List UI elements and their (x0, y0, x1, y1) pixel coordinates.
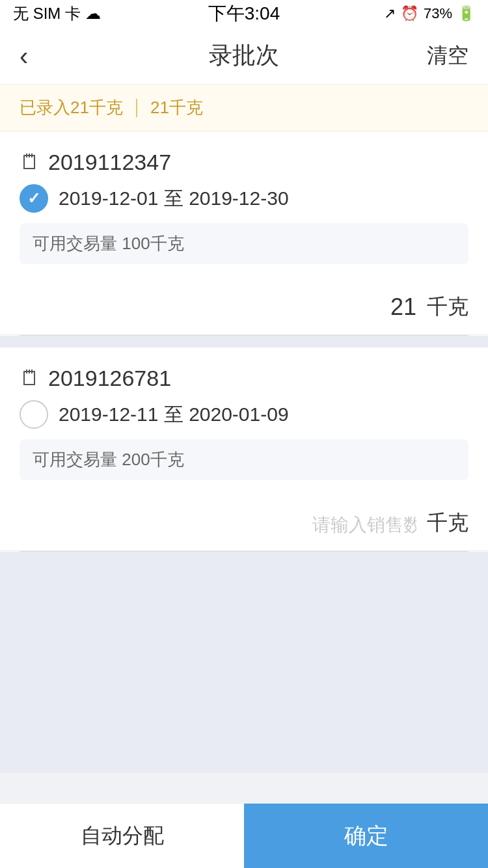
batch-1-id: 2019112347 (48, 150, 171, 175)
batch-1-input-row: 21 千克 (0, 280, 488, 335)
batch-1-unit: 千克 (427, 293, 468, 321)
location-icon: ↗ (384, 5, 396, 22)
batch-1-section: 🗒 2019112347 ✓ 2019-12-01 至 2019-12-30 可… (0, 131, 488, 336)
batch-1-header: 🗒 2019112347 (20, 150, 468, 175)
alarm-icon: ⏰ (401, 5, 418, 22)
batch-2-id: 2019126781 (48, 366, 171, 391)
batch-2-radio[interactable] (20, 400, 48, 429)
status-time: 下午3:04 (208, 1, 280, 26)
batch-1-date-row[interactable]: ✓ 2019-12-01 至 2019-12-30 (20, 184, 468, 213)
clear-button[interactable]: 清空 (427, 42, 468, 70)
batch-2-item: 🗒 2019126781 2019-12-11 至 2020-01-09 可用交… (0, 347, 488, 496)
batch-1-icon: 🗒 (20, 150, 40, 174)
bottom-buttons: 自动分配 确定 (0, 803, 488, 868)
status-right: ↗ ⏰ 73% 🔋 (384, 5, 475, 22)
confirm-button[interactable]: 确定 (244, 804, 488, 868)
recorded-amount: 已录入21千克 (20, 96, 123, 119)
batch-2-date-row[interactable]: 2019-12-11 至 2020-01-09 (20, 400, 468, 429)
battery-icon: 🔋 (457, 5, 475, 22)
batch-1-available: 可用交易量 100千克 (20, 223, 468, 264)
batch-1-check-icon: ✓ (27, 189, 40, 208)
sim-status: 无 SIM 卡 ☁ (13, 3, 101, 24)
batch-2-input-row: 千克 (0, 496, 488, 551)
status-bar: 无 SIM 卡 ☁ 下午3:04 ↗ ⏰ 73% 🔋 (0, 0, 488, 27)
batch-1-radio[interactable]: ✓ (20, 184, 48, 213)
batch-2-date: 2019-12-11 至 2020-01-09 (59, 401, 289, 428)
bottom-area (0, 552, 488, 773)
banner-divider (136, 99, 137, 117)
batch-2-icon: 🗒 (20, 366, 40, 390)
batch-2-input[interactable] (312, 509, 416, 537)
batch-1-value: 21 (390, 293, 416, 321)
nav-bar: ‹ 录批次 清空 (0, 27, 488, 85)
total-amount: 21千克 (150, 96, 203, 119)
batch-2-section: 🗒 2019126781 2019-12-11 至 2020-01-09 可用交… (0, 347, 488, 552)
batch-1-item: 🗒 2019112347 ✓ 2019-12-01 至 2019-12-30 可… (0, 131, 488, 280)
batch-2-available: 可用交易量 200千克 (20, 439, 468, 480)
status-left: 无 SIM 卡 ☁ (13, 3, 101, 24)
auto-distribute-button[interactable]: 自动分配 (0, 804, 244, 868)
batch-1-date: 2019-12-01 至 2019-12-30 (59, 185, 289, 212)
section-divider (0, 336, 488, 347)
battery-level: 73% (424, 5, 452, 22)
back-button[interactable]: ‹ (20, 43, 28, 69)
info-banner: 已录入21千克 21千克 (0, 85, 488, 131)
batch-2-unit: 千克 (427, 509, 468, 537)
batch-2-header: 🗒 2019126781 (20, 366, 468, 391)
page-title: 录批次 (209, 40, 279, 72)
